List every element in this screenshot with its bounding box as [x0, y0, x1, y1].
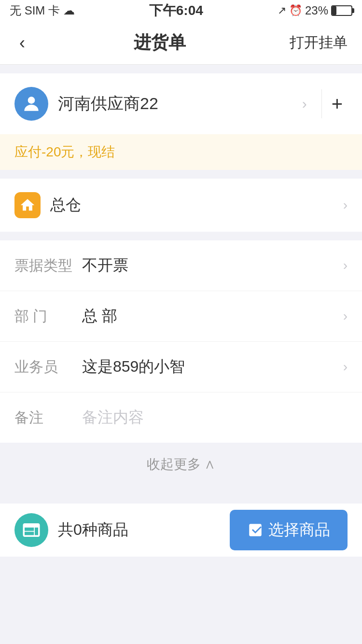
divider	[321, 89, 322, 118]
salesperson-value: 这是859的小智	[82, 356, 343, 378]
supplier-row[interactable]: 河南供应商22 › +	[0, 73, 362, 134]
invoice-type-row[interactable]: 票据类型 不开票 ›	[0, 240, 362, 291]
nav-bar: ‹ 进货单 打开挂单	[0, 21, 362, 65]
collapse-row[interactable]: 收起更多 ∧	[0, 443, 362, 486]
back-button[interactable]: ‹	[14, 28, 30, 58]
invoice-type-value: 不开票	[82, 255, 343, 276]
page-title: 进货单	[134, 31, 186, 55]
bottom-section: 共0种商品 选择商品	[0, 504, 362, 557]
section-gap-4	[0, 486, 362, 495]
status-time: 下午6:04	[149, 1, 203, 20]
supplier-chevron-icon: ›	[302, 96, 307, 112]
department-value: 总 部	[82, 306, 343, 327]
select-product-label: 选择商品	[268, 519, 330, 541]
invoice-type-label: 票据类型	[14, 256, 82, 276]
select-product-icon	[247, 522, 264, 538]
section-gap-1	[0, 65, 362, 73]
remark-label: 备注	[14, 408, 82, 428]
status-bar: 无 SIM 卡 ☁ 下午6:04 ↗ ⏰ 23%	[0, 0, 362, 21]
location-icon: ↗	[278, 4, 286, 17]
supplier-name: 河南供应商22	[58, 93, 302, 115]
avatar	[14, 87, 48, 121]
department-chevron-icon: ›	[343, 308, 348, 324]
product-icon	[14, 513, 48, 547]
status-right: ↗ ⏰ 23%	[278, 4, 352, 17]
add-button[interactable]: +	[327, 91, 348, 117]
no-sim-label: 无 SIM 卡 ☁	[10, 3, 75, 18]
alarm-icon: ⏰	[289, 4, 302, 17]
battery-percent: 23%	[305, 4, 328, 17]
svg-point-0	[28, 97, 35, 104]
select-product-button[interactable]: 选择商品	[230, 510, 348, 550]
invoice-type-chevron-icon: ›	[343, 258, 348, 273]
avatar-icon	[14, 87, 48, 121]
product-count: 共0种商品	[58, 519, 230, 541]
warehouse-chevron-icon: ›	[343, 197, 348, 213]
fields-section: 票据类型 不开票 › 部 门 总 部 › 业务员 这是859的小智 › 备注 备…	[0, 240, 362, 443]
open-hang-button[interactable]: 打开挂单	[290, 33, 348, 53]
salesperson-row[interactable]: 业务员 这是859的小智 ›	[0, 342, 362, 392]
section-gap-3	[0, 232, 362, 240]
warehouse-icon	[14, 192, 41, 218]
status-left: 无 SIM 卡 ☁	[10, 3, 75, 18]
supplier-section: 河南供应商22 › + 应付-20元，现结	[0, 73, 362, 170]
warehouse-name: 总仓	[50, 195, 343, 216]
salesperson-label: 业务员	[14, 357, 82, 377]
battery-icon	[331, 5, 352, 16]
notice-bar: 应付-20元，现结	[0, 134, 362, 170]
department-row[interactable]: 部 门 总 部 ›	[0, 291, 362, 342]
salesperson-chevron-icon: ›	[343, 359, 348, 375]
department-label: 部 门	[14, 307, 82, 326]
warehouse-section: 总仓 ›	[0, 179, 362, 232]
warehouse-row[interactable]: 总仓 ›	[0, 179, 362, 232]
section-gap-2	[0, 170, 362, 179]
remark-input[interactable]: 备注内容	[82, 407, 348, 428]
remark-row[interactable]: 备注 备注内容	[0, 392, 362, 443]
